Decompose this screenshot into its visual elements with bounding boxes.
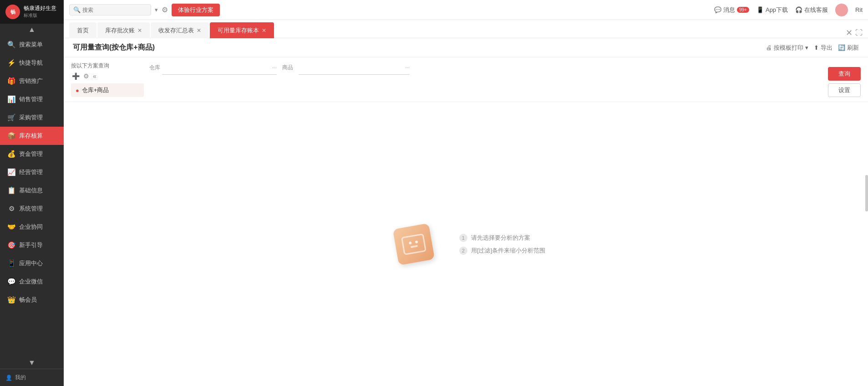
sidebar-label-9: 系统管理 <box>19 205 43 213</box>
search-input[interactable] <box>82 7 142 13</box>
tab-close-3[interactable]: ✕ <box>262 27 266 34</box>
online-service-action[interactable]: 🎧 在线客服 <box>795 6 828 14</box>
query-button[interactable]: 查询 <box>828 67 861 81</box>
sidebar-item-基础信息[interactable]: 📋基础信息 <box>0 181 64 200</box>
headset-icon: 🎧 <box>795 6 802 13</box>
app-download-action[interactable]: 📱 App下载 <box>756 6 788 14</box>
gear-icon: ⚙ <box>83 72 89 80</box>
sidebar-footer-text: 我的 <box>15 374 26 381</box>
print-label: 按模板打印 <box>774 44 803 52</box>
box-mouth <box>411 245 418 248</box>
sidebar-item-采购管理[interactable]: 🛒采购管理 <box>0 108 64 127</box>
sidebar-label-10: 企业协同 <box>19 223 43 231</box>
product-field: 商品 ··· <box>282 62 410 75</box>
tab-expand-button[interactable]: ⛶ <box>855 29 863 37</box>
sidebar-icon-8: 📋 <box>7 186 15 195</box>
app-download-label: App下载 <box>766 6 788 14</box>
box-face <box>401 233 426 255</box>
sidebar-icon-11: 🎯 <box>7 241 15 249</box>
tab-1[interactable]: 库存批次账✕ <box>97 22 150 38</box>
add-scheme-button[interactable]: ➕ <box>71 72 81 81</box>
sidebar-item-库存核算[interactable]: 📦库存核算 <box>0 127 64 145</box>
tab-3[interactable]: 可用量库存账本✕ <box>210 22 274 38</box>
messages-action[interactable]: 💬 消息 99+ <box>714 6 749 14</box>
tab-0[interactable]: 首页 <box>69 22 96 38</box>
export-button[interactable]: ⬆ 导出 <box>814 44 832 52</box>
sidebar-item-企业协同[interactable]: 🤝企业协同 <box>0 218 64 236</box>
product-input[interactable] <box>299 62 405 72</box>
box-eye-right <box>415 240 418 243</box>
sidebar-item-企业微信[interactable]: 💬企业微信 <box>0 273 64 291</box>
search-dropdown-icon[interactable]: ▾ <box>155 6 158 13</box>
warehouse-input[interactable] <box>162 62 272 72</box>
tab-close-1[interactable]: ✕ <box>137 27 142 34</box>
collapse-filter-button[interactable]: « <box>92 72 97 81</box>
empty-state: 1 请先选择要分析的方案 2 用[过滤]条件来缩小分析范围 <box>64 102 868 386</box>
tab-label-3: 可用量库存账本 <box>218 26 259 35</box>
empty-tip-2: 2 用[过滤]条件来缩小分析范围 <box>459 247 545 255</box>
print-button[interactable]: 🖨 按模板打印 ▾ <box>766 44 808 52</box>
sidebar-item-系统管理[interactable]: ⚙系统管理 <box>0 200 64 218</box>
add-icon: ➕ <box>72 72 80 80</box>
empty-box-illustration <box>393 223 435 265</box>
scheme-actions: ➕ ⚙ « <box>71 72 144 81</box>
tab-2[interactable]: 收发存汇总表✕ <box>151 22 209 38</box>
tab-label-2: 收发存汇总表 <box>158 26 194 35</box>
sidebar-icon-5: 📦 <box>7 132 15 140</box>
sidebar-label-4: 采购管理 <box>19 113 43 122</box>
sidebar-icon-1: ⚡ <box>7 59 15 67</box>
tab-close-2[interactable]: ✕ <box>197 27 201 34</box>
print-icon: 🖨 <box>766 44 772 51</box>
phone-icon: 📱 <box>756 6 764 13</box>
sidebar-label-12: 应用中心 <box>19 259 43 268</box>
collapse-icon: « <box>93 72 96 80</box>
table-settings-button[interactable]: 设置 <box>828 83 861 97</box>
scheme-item-icon: ● <box>76 87 79 94</box>
sidebar-icon-12: 📱 <box>7 259 15 268</box>
sidebar-label-8: 基础信息 <box>19 186 43 195</box>
industry-solution-button[interactable]: 体验行业方案 <box>172 4 220 16</box>
sidebar: 畅 畅康通好生意 标准版 ▲ 🔍搜索菜单⚡快捷导航🎁营销推广📊销售管理🛒采购管理… <box>0 0 64 386</box>
user-icon: 👤 <box>5 375 12 381</box>
messages-badge: 99+ <box>737 7 749 13</box>
user-avatar[interactable] <box>835 4 848 16</box>
sidebar-label-11: 新手引导 <box>19 241 43 249</box>
sidebar-item-快捷导航[interactable]: ⚡快捷导航 <box>0 54 64 72</box>
sidebar-icon-10: 🤝 <box>7 223 15 231</box>
empty-tips: 1 请先选择要分析的方案 2 用[过滤]条件来缩小分析范围 <box>459 234 545 255</box>
sidebar-icon-0: 🔍 <box>7 41 15 49</box>
sidebar-header: 畅 畅康通好生意 标准版 <box>0 0 64 24</box>
sidebar-item-畅会员[interactable]: 👑畅会员 <box>0 291 64 309</box>
topbar-search-box[interactable]: 🔍 <box>69 4 151 15</box>
filter-scheme-section: 按以下方案查询 ➕ ⚙ « ● 仓库+商品 <box>71 62 144 97</box>
scheme-settings-button[interactable]: ⚙ <box>82 72 90 81</box>
tab-label-1: 库存批次账 <box>105 26 135 35</box>
sidebar-item-经营管理[interactable]: 📈经营管理 <box>0 163 64 181</box>
sidebar-icon-6: 💰 <box>7 150 15 158</box>
refresh-button[interactable]: 🔄 刷新 <box>838 44 859 52</box>
right-scrollbar[interactable] <box>865 175 868 211</box>
sidebar-scroll-up[interactable]: ▲ <box>0 24 64 36</box>
sidebar-label-7: 经营管理 <box>19 168 43 176</box>
sidebar-menu: 🔍搜索菜单⚡快捷导航🎁营销推广📊销售管理🛒采购管理📦库存核算💰资金管理📈经营管理… <box>0 36 64 357</box>
sidebar-item-新手引导[interactable]: 🎯新手引导 <box>0 236 64 254</box>
product-more-button[interactable]: ··· <box>405 64 410 71</box>
sidebar-label-5: 库存核算 <box>19 132 43 140</box>
sidebar-item-搜索菜单[interactable]: 🔍搜索菜单 <box>0 36 64 54</box>
sidebar-footer[interactable]: 👤 我的 <box>0 369 64 386</box>
sidebar-label-2: 营销推广 <box>19 77 43 85</box>
sidebar-icon-13: 💬 <box>7 278 15 286</box>
tab-close-all-button[interactable]: ✕ <box>846 28 853 38</box>
box-eye-left <box>409 241 412 244</box>
sidebar-label-0: 搜索菜单 <box>19 41 43 49</box>
sidebar-item-应用中心[interactable]: 📱应用中心 <box>0 254 64 273</box>
sidebar-item-销售管理[interactable]: 📊销售管理 <box>0 90 64 108</box>
sidebar-scroll-down[interactable]: ▼ <box>0 357 64 369</box>
scheme-item-warehouse-product[interactable]: ● 仓库+商品 <box>71 83 144 97</box>
sidebar-item-营销推广[interactable]: 🎁营销推广 <box>0 72 64 90</box>
warehouse-more-button[interactable]: ··· <box>272 64 277 71</box>
app-info: 畅康通好生意 标准版 <box>24 5 56 19</box>
topbar-gear-icon[interactable]: ⚙ <box>162 5 168 14</box>
tip-1-number: 1 <box>459 234 467 242</box>
sidebar-item-资金管理[interactable]: 💰资金管理 <box>0 145 64 163</box>
